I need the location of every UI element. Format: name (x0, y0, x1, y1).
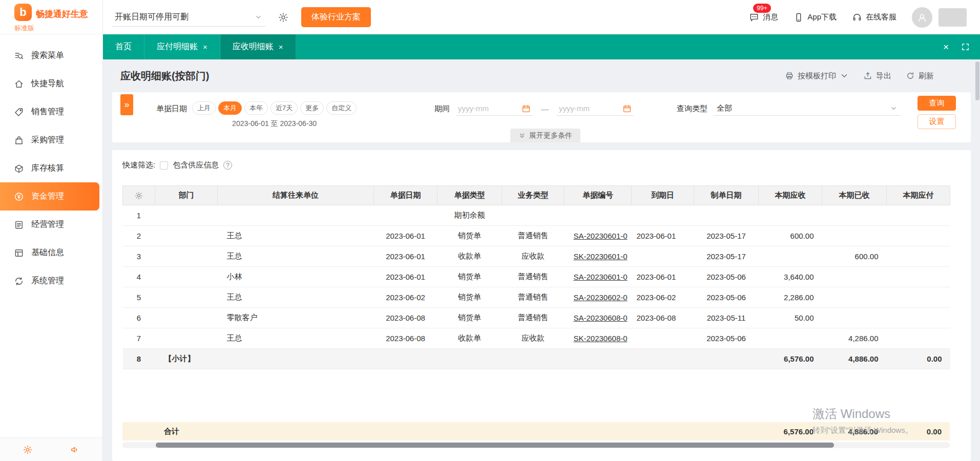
page-actions: 按模板打印 导出 刷新 (785, 71, 934, 81)
cell-partner: 小林 (218, 267, 374, 287)
cell-payable (887, 328, 950, 349)
sidebar-item-funds[interactable]: 资金管理 (0, 182, 99, 211)
horizontal-scrollbar[interactable] (122, 442, 950, 448)
sidebar-item-sales[interactable]: 销售管理 (0, 98, 102, 126)
period-to-input[interactable] (559, 104, 610, 113)
sidebar-item-base-info[interactable]: 基础信息 (0, 239, 102, 267)
sidebar-item-business[interactable]: 经营管理 (0, 211, 102, 239)
cell-doc-date (374, 205, 437, 226)
doc-code-link[interactable]: SA-20230602-0 (574, 293, 628, 302)
print-by-template-button[interactable]: 按模板打印 (785, 71, 849, 81)
home-icon (14, 79, 24, 89)
query-button[interactable]: 查询 (918, 96, 956, 111)
cell-doc-type: 销货单 (437, 226, 502, 246)
sidebar-footer (0, 437, 102, 461)
tab-ar-ledger[interactable]: 应收明细账 × (220, 34, 296, 59)
pill-last-month[interactable]: 上月 (192, 101, 216, 115)
refresh-button[interactable]: 刷新 (906, 71, 934, 81)
doc-code-link[interactable]: SK-20230608-0 (574, 334, 628, 343)
settings-gear-icon[interactable] (23, 445, 33, 455)
brand-area: b 畅捷通好生意 标准版 (0, 0, 102, 34)
cell-partner: 王总 (218, 246, 374, 267)
fullscreen-icon[interactable] (961, 43, 970, 51)
cell-row-number: 1 (123, 205, 155, 226)
calendar-icon[interactable] (622, 104, 632, 113)
query-type-select[interactable]: 全部 (714, 101, 901, 116)
report-card: 快速筛选: 包含供应信息 ? 部门结算往来单位单据日期单据类型业务类型单据编号到… (112, 150, 971, 461)
period-from-input[interactable] (458, 104, 509, 113)
cell-due-date: 2023-06-01 (632, 226, 694, 246)
cell-partner: 王总 (218, 226, 374, 246)
table-row: 6零散客户2023-06-08销货单普通销售SA-20230608-02023-… (123, 308, 950, 328)
tab-home[interactable]: 首页 (103, 34, 144, 59)
sidebar-item-purchase[interactable]: 采购管理 (0, 126, 102, 154)
filter-settings-button[interactable]: 设置 (918, 114, 956, 129)
column-header: 结算往来单位 (218, 186, 374, 205)
cell-doc-type: 销货单 (437, 308, 502, 328)
close-all-tabs-icon[interactable]: × (943, 41, 949, 53)
refresh-icon (906, 71, 915, 80)
sidebar-item-quick-nav[interactable]: 快捷导航 (0, 70, 102, 98)
help-icon[interactable]: ? (223, 161, 232, 170)
sidebar-item-system[interactable]: 系统管理 (0, 267, 102, 295)
cell-biz-type: 普通销售 (502, 287, 565, 308)
cell-received (822, 287, 887, 308)
horizontal-scrollbar-thumb[interactable] (156, 443, 834, 448)
table-row: 7王总2023-06-08收款单应收款SK-20230608-02023-05-… (123, 328, 950, 349)
range-dash: — (541, 104, 549, 113)
tab-close-icon[interactable]: × (279, 43, 283, 51)
calendar-icon[interactable] (522, 104, 531, 113)
table-row: 5王总2023-06-02销货单普通销售SA-20230602-02023-06… (123, 287, 950, 308)
money-icon (14, 192, 24, 202)
export-icon (863, 71, 872, 80)
pill-this-year[interactable]: 本年 (244, 101, 268, 115)
query-type-label: 查询类型 (677, 101, 707, 116)
app-download-label: App下载 (807, 12, 837, 22)
doc-code-link[interactable]: SK-20230601-0 (574, 252, 628, 261)
column-header: 部门 (155, 186, 218, 205)
user-avatar[interactable] (912, 7, 932, 28)
vertical-scrollbar-thumb[interactable] (975, 61, 979, 100)
pill-custom[interactable]: 自定义 (326, 101, 357, 115)
refresh-label: 刷新 (919, 71, 934, 81)
tab-close-icon[interactable]: × (203, 43, 207, 51)
pill-last-7-days[interactable]: 近7天 (270, 101, 298, 115)
cell-due-date (632, 246, 694, 267)
cell-make-date: 2023-05-11 (694, 308, 759, 328)
doc-code-link[interactable]: SA-20230601-0 (574, 232, 628, 240)
column-settings-gear-icon[interactable] (134, 191, 143, 200)
cell-department (155, 328, 218, 349)
cell-received: 4,286.00 (822, 328, 887, 349)
total-cell-doc-date (373, 422, 437, 441)
pill-this-month[interactable]: 本月 (218, 101, 242, 115)
sidebar-item-inventory[interactable]: 库存核算 (0, 154, 102, 182)
export-button[interactable]: 导出 (863, 71, 891, 81)
app-download-button[interactable]: App下载 (794, 12, 837, 23)
gear-icon[interactable] (278, 12, 289, 23)
sidebar-item-search-menu[interactable]: 搜索菜单 (0, 41, 102, 70)
account-set-select[interactable]: 开账日期可停用可删 (112, 8, 265, 27)
include-supplier-checkbox[interactable] (160, 161, 168, 170)
doc-code-link[interactable]: SA-20230601-0 (574, 273, 628, 281)
cell-due-date (632, 205, 694, 226)
tab-ap-ledger[interactable]: 应付明细账 × (144, 34, 220, 59)
sound-icon[interactable] (70, 445, 80, 455)
cell-row-number: 2 (123, 226, 155, 246)
collapse-panel-button[interactable]: » (120, 94, 133, 115)
messages-button[interactable]: 99+ 消息 (749, 12, 778, 23)
vertical-scrollbar[interactable] (975, 59, 979, 461)
cell-biz-type: 普通销售 (502, 308, 565, 328)
cell-payable (887, 308, 950, 328)
period-to-field (557, 101, 634, 116)
cell-doc-code: SA-20230602-0 (565, 287, 632, 308)
shopping-bag-icon (14, 135, 24, 145)
expand-more-conditions-button[interactable]: 展开更多条件 (510, 129, 580, 142)
sidebar-item-label: 经营管理 (31, 219, 64, 230)
column-settings-header[interactable] (123, 186, 155, 205)
pill-more[interactable]: 更多 (300, 101, 324, 115)
trial-solution-button[interactable]: 体验行业方案 (301, 7, 371, 27)
cell-received: 600.00 (822, 246, 887, 267)
doc-code-link[interactable]: SA-20230608-0 (574, 313, 628, 322)
cell-make-date: 2023-05-06 (694, 267, 759, 287)
online-service-button[interactable]: 在线客服 (852, 12, 896, 23)
